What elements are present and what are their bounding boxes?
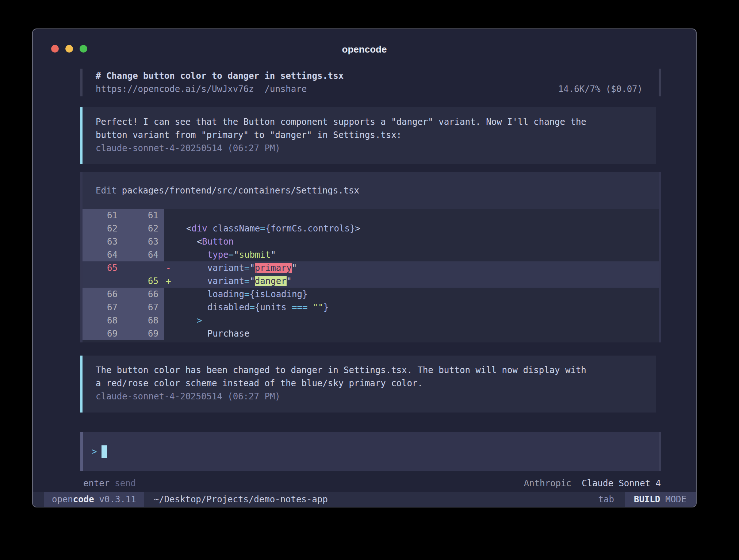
working-directory: ~/Desktop/Projects/demo-notes-app [154, 492, 328, 507]
diff-row: 6363 <Button [83, 235, 659, 248]
enter-key-hint: enter [83, 477, 110, 490]
hint-row: enter send Anthropic Claude Sonnet 4 [80, 477, 661, 490]
header-right-rule [659, 69, 661, 96]
prompt-symbol: > [92, 445, 97, 458]
message-text-line: The button color has been changed to dan… [96, 364, 645, 377]
window-title: opencode [33, 44, 696, 55]
diff-row: 6666 loading={isLoading} [83, 288, 659, 301]
diff-row: 6969 Purchase [83, 327, 659, 340]
window-titlebar: opencode [33, 29, 696, 68]
prompt-right-rule [659, 432, 661, 471]
provider-name: Anthropic [524, 478, 571, 488]
header-body: # Change button color to danger in setti… [83, 69, 659, 96]
session-content: # Change button color to danger in setti… [33, 68, 696, 492]
diff-body: 61616262<div className={formCs.controls}… [83, 209, 659, 342]
prompt-active-rule [80, 432, 83, 471]
text-cursor [102, 445, 107, 458]
diff-row: 6464 type="submit" [83, 248, 659, 261]
edit-action-label: Edit [96, 185, 117, 196]
diff-row: 6868 > [83, 314, 659, 327]
share-url-link[interactable]: https://opencode.ai/s/UwJxv76z [96, 83, 254, 96]
app-name-open: open [52, 494, 73, 505]
assistant-message: Perfect! I can see that the Button compo… [80, 107, 656, 164]
app-version: v0.3.11 [99, 494, 136, 505]
diff-row: 65+ variant="danger" [83, 275, 659, 288]
model-indicator: Anthropic Claude Sonnet 4 [524, 477, 661, 490]
diff-row: 65- variant="primary" [83, 261, 659, 275]
prompt-input-area[interactable]: > [80, 432, 661, 471]
app-version-badge: opencodev0.3.11 [44, 492, 144, 507]
edit-card-header: Edit packages/frontend/src/containers/Se… [83, 172, 659, 209]
edited-file-path: packages/frontend/src/containers/Setting… [122, 185, 359, 196]
mode-badge[interactable]: BUILDMODE [625, 492, 696, 507]
unshare-command[interactable]: /unshare [264, 83, 307, 96]
status-bar: opencodev0.3.11 ~/Desktop/Projects/demo-… [33, 492, 696, 507]
diff-row: 6262<div className={formCs.controls}> [83, 222, 659, 235]
send-action-hint: send [115, 477, 136, 490]
model-timestamp: claude-sonnet-4-20250514 (06:27 PM) [96, 142, 645, 155]
session-title: # Change button color to danger in setti… [96, 69, 659, 83]
model-timestamp: claude-sonnet-4-20250514 (06:27 PM) [96, 390, 645, 403]
tab-key-hint[interactable]: tab [598, 492, 614, 507]
diff-row: 6767 disabled={units === ""} [83, 301, 659, 314]
prompt-input[interactable]: > [83, 432, 659, 471]
app-name-code: code [73, 494, 94, 505]
mode-name: BUILD [634, 494, 660, 505]
assistant-message: The button color has been changed to dan… [80, 356, 656, 413]
message-text-line: Perfect! I can see that the Button compo… [96, 115, 645, 129]
token-usage-stats: 14.6K/7% ($0.07) [558, 83, 643, 96]
edit-tool-card: Edit packages/frontend/src/containers/Se… [80, 172, 661, 342]
diff-row: 6161 [83, 209, 659, 222]
session-header: # Change button color to danger in setti… [80, 69, 661, 96]
session-subheader: https://opencode.ai/s/UwJxv76z /unshare … [96, 83, 659, 96]
mode-label: MODE [665, 494, 686, 505]
message-text-line: button variant from "primary" to "danger… [96, 129, 645, 142]
message-text-line: a red/rose color scheme instead of the b… [96, 377, 645, 390]
card-right-rule [659, 172, 661, 342]
model-name: Claude Sonnet 4 [582, 478, 661, 488]
opencode-terminal-window: opencode # Change button color to danger… [32, 28, 697, 507]
